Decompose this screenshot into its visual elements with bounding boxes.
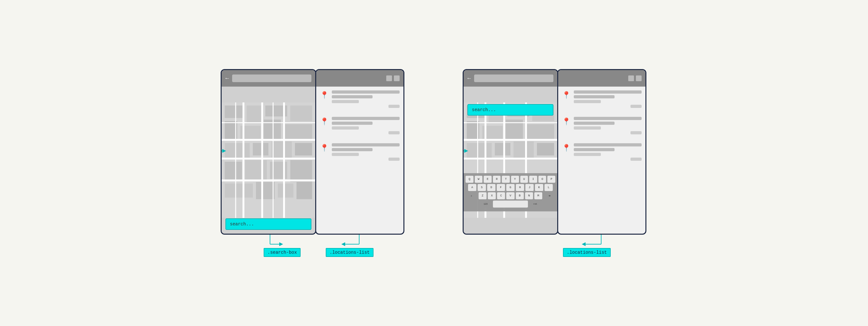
key-space[interactable]: [493, 201, 528, 207]
item-lines-4: [574, 90, 642, 108]
key-o[interactable]: O: [538, 176, 547, 183]
line-11: [574, 95, 615, 98]
key-t[interactable]: T: [502, 176, 510, 183]
line-9: [332, 153, 359, 156]
line-tag-4: [630, 105, 642, 108]
key-v[interactable]: V: [506, 192, 514, 199]
key-a[interactable]: A: [468, 184, 476, 191]
search-box-1[interactable]: search...: [225, 218, 311, 230]
key-numbers[interactable]: 123: [479, 201, 492, 207]
bottom-annotations-2: .locations-list: [463, 235, 647, 257]
key-m[interactable]: M: [534, 192, 542, 199]
key-shift[interactable]: ⇧: [466, 192, 477, 199]
list-screen-1: 📍 📍: [315, 69, 404, 235]
line-18: [574, 153, 601, 156]
map-svg-1: [222, 87, 315, 234]
svg-rect-11: [272, 141, 292, 159]
line-12: [574, 100, 601, 103]
svg-rect-4: [290, 106, 312, 121]
window-btn-1[interactable]: [386, 75, 392, 81]
line-8: [332, 148, 373, 151]
loclist-annotation-2: .locations-list: [563, 248, 611, 257]
svg-rect-16: [290, 160, 312, 182]
key-i[interactable]: I: [529, 176, 537, 183]
back-arrow-icon[interactable]: ←: [225, 75, 229, 82]
map-area-1: search...: [222, 87, 315, 234]
key-l[interactable]: L: [545, 184, 553, 191]
line-7: [332, 143, 400, 146]
pin-icon-6: 📍: [562, 144, 570, 153]
key-d[interactable]: D: [487, 184, 495, 191]
svg-rect-18: [256, 182, 275, 199]
line-tag-2: [389, 131, 400, 134]
window-btn-3[interactable]: [628, 75, 634, 81]
line-2: [332, 95, 373, 98]
line-17: [574, 148, 615, 151]
screens-row-1: ←: [221, 69, 404, 235]
key-x[interactable]: X: [488, 192, 496, 199]
key-s[interactable]: S: [477, 184, 486, 191]
list-item-3: 📍: [320, 143, 400, 161]
key-k[interactable]: K: [535, 184, 543, 191]
key-r[interactable]: R: [493, 176, 501, 183]
key-backspace[interactable]: ⌫: [544, 192, 555, 199]
svg-rect-2: [246, 106, 262, 123]
list-header-2: [558, 70, 645, 87]
key-f[interactable]: F: [497, 184, 505, 191]
screens-row-2: ←: [463, 69, 646, 235]
line-4: [332, 117, 400, 120]
key-y[interactable]: Y: [511, 176, 519, 183]
line-tag-1: [389, 105, 400, 108]
map-screen-1: ←: [221, 69, 316, 235]
line-tag-3: [389, 158, 400, 161]
window-btn-2[interactable]: [394, 75, 400, 81]
line-6: [332, 126, 359, 130]
header-bar: [232, 74, 311, 82]
keyboard-overlay: Q W E R T Y U I O P A: [464, 173, 557, 211]
item-lines-3: [332, 143, 400, 161]
loclist-annotation-1: .locations-list: [326, 248, 373, 257]
svg-rect-13: [225, 162, 242, 181]
list-item-6: 📍: [562, 143, 642, 161]
key-c[interactable]: C: [497, 192, 505, 199]
key-h[interactable]: H: [516, 184, 524, 191]
svg-rect-20: [297, 182, 312, 199]
key-e[interactable]: E: [484, 176, 492, 183]
annotation-lines-2: [463, 235, 647, 257]
list-item-2: 📍: [320, 117, 400, 134]
key-q[interactable]: Q: [466, 176, 473, 183]
keyboard-row-3: ⇧ Z X C V B N M ⌫: [466, 192, 555, 199]
key-p[interactable]: P: [547, 176, 555, 183]
svg-rect-17: [225, 184, 253, 198]
line-15: [574, 126, 601, 130]
key-return[interactable]: ret: [529, 201, 541, 207]
key-w[interactable]: W: [475, 176, 483, 183]
item-lines-5: [574, 117, 642, 134]
key-b[interactable]: B: [516, 192, 524, 199]
back-arrow-icon-2[interactable]: ←: [467, 75, 471, 82]
window-btn-4[interactable]: [636, 75, 642, 81]
svg-rect-45: [495, 143, 510, 155]
svg-rect-47: [537, 143, 554, 155]
svg-rect-8: [284, 124, 312, 140]
pin-icon-3: 📍: [320, 144, 329, 153]
svg-rect-9: [225, 143, 250, 159]
key-j[interactable]: J: [525, 184, 534, 191]
key-n[interactable]: N: [525, 192, 533, 199]
line-13: [574, 117, 642, 120]
list-item-5: 📍: [562, 117, 642, 134]
key-z[interactable]: Z: [478, 192, 487, 199]
key-g[interactable]: G: [506, 184, 515, 191]
diagram-2: ←: [463, 69, 647, 257]
pin-icon-4: 📍: [562, 91, 570, 100]
pin-icon-5: 📍: [562, 118, 570, 126]
search-box-2[interactable]: search...: [467, 104, 553, 116]
key-u[interactable]: U: [520, 176, 528, 183]
diagram-1: ←: [221, 69, 405, 257]
svg-rect-43: [526, 124, 554, 140]
list-screen-2: 📍 📍: [557, 69, 646, 235]
svg-rect-1: [225, 106, 244, 118]
searchbox-annotation-1: .search-box: [264, 248, 301, 257]
line-tag-5: [630, 131, 642, 134]
line-5: [332, 122, 373, 125]
